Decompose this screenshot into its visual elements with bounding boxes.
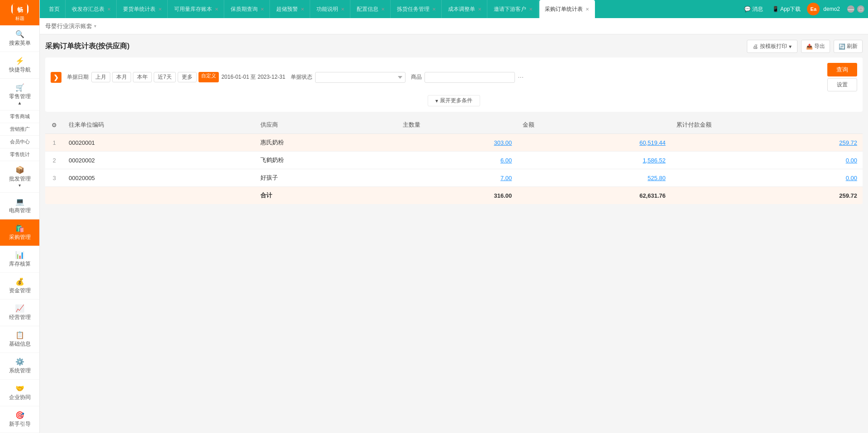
table-body: 1 00020001 惠氏奶粉 303.00 60,519.44 259.72 …: [45, 134, 863, 187]
sidebar-item-basic[interactable]: 📋 基础信息: [0, 326, 39, 353]
print-button[interactable]: 🖨 按模板打印 ▾: [747, 40, 797, 53]
col-settings[interactable]: ⚙: [45, 116, 63, 134]
breadcrumb-dropdown-icon[interactable]: ▾: [94, 24, 96, 29]
settings-button[interactable]: 设置: [827, 78, 857, 91]
goods-input[interactable]: [425, 72, 515, 83]
tab-goods-summary-close[interactable]: ✕: [158, 7, 162, 12]
message-button[interactable]: 💬 消息: [741, 4, 766, 15]
window-maximize-button[interactable]: □: [857, 5, 864, 13]
sidebar-item-inventory[interactable]: 📊 库存核算: [0, 246, 39, 273]
user-avatar[interactable]: Ea: [807, 3, 820, 15]
query-button[interactable]: 查询: [827, 63, 857, 76]
sidebar-item-marketing-label: 营销推广: [10, 126, 30, 133]
sidebar-item-marketing[interactable]: 营销推广: [0, 123, 39, 136]
sidebar-item-enterprise-label: 企业协同: [9, 394, 31, 401]
tab-purchase-summary-close[interactable]: ✕: [585, 7, 589, 12]
tab-cost-adjust[interactable]: 成本调整单 ✕: [443, 0, 487, 18]
export-button[interactable]: 📤 导出: [801, 40, 830, 53]
app-download-button[interactable]: 📱 App下载: [769, 4, 803, 15]
sidebar-item-purchase[interactable]: 🛍️ 采购管理: [0, 219, 39, 246]
export-label: 导出: [814, 43, 825, 50]
row2-paid-link[interactable]: 0.00: [846, 157, 857, 164]
row3-paid-link[interactable]: 0.00: [846, 175, 857, 181]
tab-available-stock-close[interactable]: ✕: [215, 7, 218, 12]
tab-config-info[interactable]: 配置信息 ✕: [351, 0, 391, 18]
row1-qty-link[interactable]: 303.00: [494, 139, 512, 146]
tab-func-desc-label: 功能说明: [316, 5, 338, 13]
tab-invite-downstream[interactable]: 邀请下游客户 ✕: [488, 0, 538, 18]
table-row: 2 00020002 飞鹤奶粉 6.00 1,586.52 0.00: [45, 152, 863, 169]
tab-func-desc-close[interactable]: ✕: [341, 7, 344, 12]
tab-expiry-query[interactable]: 保质期查询 ✕: [225, 0, 270, 18]
tab-overstock-label: 超储预警: [276, 5, 298, 13]
sidebar-item-finance[interactable]: 💰 资金管理: [0, 273, 39, 300]
tab-receive-summary-close[interactable]: ✕: [107, 7, 111, 12]
row2-amount-link[interactable]: 1,586.52: [643, 157, 666, 164]
export-icon: 📤: [806, 43, 813, 50]
col-code: 往来单位编码: [63, 116, 255, 134]
date-btn-more[interactable]: 更多: [178, 72, 197, 82]
tab-overstock-close[interactable]: ✕: [301, 7, 304, 12]
row2-qty-link[interactable]: 6.00: [500, 157, 512, 164]
tab-func-desc[interactable]: 功能说明 ✕: [311, 0, 350, 18]
tab-available-stock[interactable]: 可用量库存账本 ✕: [169, 0, 224, 18]
tab-purchase-summary[interactable]: 采购订单统计表 ✕: [539, 0, 595, 18]
username-label: demo2: [823, 6, 840, 12]
tab-receive-summary[interactable]: 收发存汇总表 ✕: [66, 0, 117, 18]
row3-amount-link[interactable]: 525.80: [647, 175, 665, 181]
sidebar-item-retail[interactable]: 🛒 零售管理 ▲: [0, 79, 39, 110]
sidebar-item-wholesale[interactable]: 📦 批发管理 ▾: [0, 161, 39, 193]
window-controls: — □: [847, 5, 864, 13]
filter-toggle-button[interactable]: ❯: [51, 72, 61, 83]
date-filter-label: 单据日期: [67, 73, 89, 81]
table-row: 3 00020005 好孩子 7.00 525.80 0.00: [45, 169, 863, 187]
row2-supplier: 飞鹤奶粉: [255, 152, 398, 169]
tab-cost-adjust-close[interactable]: ✕: [478, 7, 481, 12]
footer-label: 合计: [255, 187, 398, 205]
print-label: 按模板打印: [760, 43, 787, 50]
date-btn-this-month[interactable]: 本月: [112, 72, 131, 82]
sidebar-item-newguide-label: 新手引导: [9, 420, 31, 428]
row1-paid-link[interactable]: 259.72: [839, 139, 857, 146]
tab-pick-task-label: 拣货任务管理: [397, 5, 429, 13]
col-qty: 主数量: [397, 116, 517, 134]
status-select[interactable]: [315, 72, 406, 83]
sidebar-item-search[interactable]: 🔍 搜索英单: [0, 25, 39, 52]
refresh-button[interactable]: 🔄 刷新: [834, 40, 863, 53]
app-download-icon: 📱: [772, 6, 779, 12]
window-minimize-button[interactable]: —: [847, 5, 854, 13]
tab-pick-task[interactable]: 拣货任务管理 ✕: [392, 0, 442, 18]
sidebar-item-system[interactable]: ⚙️ 系统管理: [0, 353, 39, 380]
tab-invite-downstream-label: 邀请下游客户: [494, 5, 526, 13]
date-btn-this-year[interactable]: 本年: [133, 72, 152, 82]
sidebar-item-member[interactable]: 会员中心: [0, 136, 39, 148]
date-btn-last-month[interactable]: 上月: [91, 72, 110, 82]
goods-more-icon[interactable]: ···: [518, 73, 524, 81]
tab-invite-downstream-close[interactable]: ✕: [529, 7, 533, 12]
sidebar-item-ecommerce[interactable]: 💻 电商管理: [0, 193, 39, 219]
tab-config-info-label: 配置信息: [357, 5, 378, 13]
row1-amount-link[interactable]: 60,519.44: [639, 139, 665, 146]
tab-expiry-query-close[interactable]: ✕: [260, 7, 264, 12]
sidebar-item-newguide[interactable]: 🎯 新手引导: [0, 406, 39, 433]
sidebar-item-shortcut[interactable]: ⚡ 快捷导航: [0, 52, 39, 79]
sidebar-item-operations[interactable]: 📈 经营管理: [0, 300, 39, 326]
row3-qty-link[interactable]: 7.00: [500, 175, 512, 181]
sidebar-item-enterprise[interactable]: 🤝 企业协同: [0, 380, 39, 406]
tab-goods-summary[interactable]: 要货单统计表 ✕: [118, 0, 168, 18]
expand-more-button[interactable]: ▾ 展开更多条件: [428, 95, 480, 106]
sidebar-item-retail-stat[interactable]: 零售统计: [0, 148, 39, 161]
purchase-icon: 🛍️: [15, 224, 24, 233]
sidebar-item-basic-label: 基础信息: [9, 340, 31, 348]
tab-config-info-close[interactable]: ✕: [381, 7, 385, 12]
date-btn-7days[interactable]: 近7天: [154, 72, 176, 82]
message-icon: 💬: [744, 6, 751, 12]
tab-pick-task-close[interactable]: ✕: [432, 7, 436, 12]
breadcrumb: 母婴行业演示账套 ▾: [45, 22, 96, 30]
tab-overstock[interactable]: 超储预警 ✕: [271, 0, 310, 18]
retail-arrow-icon: ▲: [18, 100, 22, 105]
search-icon: 🔍: [15, 30, 24, 38]
sidebar-item-retail-shop[interactable]: 零售商城: [0, 110, 39, 123]
tab-home[interactable]: 首页: [43, 0, 66, 18]
sidebar-item-operations-label: 经营管理: [9, 314, 31, 321]
